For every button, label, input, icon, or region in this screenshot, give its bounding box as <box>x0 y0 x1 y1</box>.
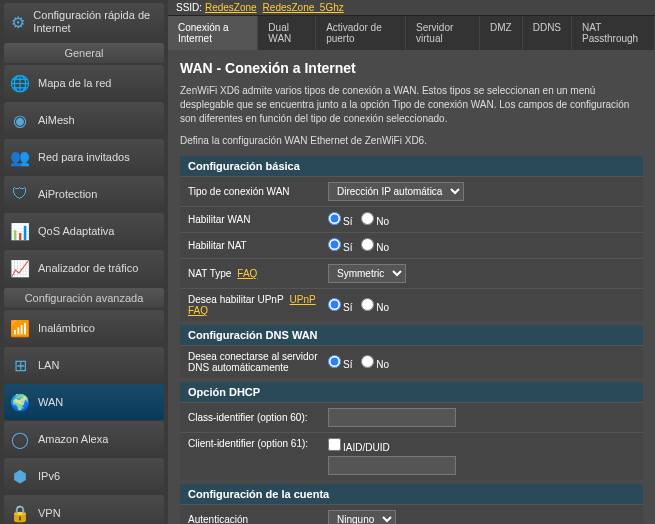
row-client-id: Client-identifier (option 61): IAID/DUID <box>180 432 643 480</box>
select-nat-type[interactable]: Symmetric <box>328 264 406 283</box>
sidebar-item-adv-5[interactable]: 🔒VPN <box>4 495 164 524</box>
sidebar-section-general: General <box>4 43 164 63</box>
nav-icon: ⊞ <box>8 353 32 377</box>
tab-0[interactable]: Conexión a Internet <box>168 16 258 50</box>
ssid-link[interactable]: RedesZone_5Ghz <box>263 2 344 13</box>
sidebar-item-gen-0[interactable]: 🌐Mapa de la red <box>4 65 164 101</box>
tab-4[interactable]: DMZ <box>480 16 523 50</box>
page-description-2: Defina la configuración WAN Ethernet de … <box>180 134 643 148</box>
label-dns-auto: Desea conectarse al servidor DNS automát… <box>188 351 328 373</box>
radio-enable-nat-no[interactable] <box>361 238 374 251</box>
sidebar-item-adv-2[interactable]: 🌍WAN <box>4 384 164 420</box>
radio-label: Sí <box>343 242 352 253</box>
radio-label: Sí <box>343 216 352 227</box>
sidebar-item-adv-3[interactable]: ◯Amazon Alexa <box>4 421 164 457</box>
checkbox-iaid[interactable] <box>328 438 341 451</box>
content-area: WAN - Conexión a Internet ZenWiFi XD6 ad… <box>168 50 655 524</box>
input-class-id[interactable] <box>328 408 456 427</box>
sidebar-item-label: WAN <box>38 396 63 409</box>
radio-enable-wan-yes[interactable] <box>328 212 341 225</box>
radio-upnp-yes[interactable] <box>328 298 341 311</box>
tab-1[interactable]: Dual WAN <box>258 16 316 50</box>
sidebar-item-label: AiProtection <box>38 188 97 201</box>
sidebar-section-advanced: Configuración avanzada <box>4 288 164 308</box>
ssid-link[interactable]: RedesZone <box>205 2 257 13</box>
tab-3[interactable]: Servidor virtual <box>406 16 480 50</box>
radio-label: No <box>376 359 389 370</box>
group-dhcp: Opción DHCP <box>180 382 643 402</box>
radio-label: No <box>376 302 389 313</box>
sidebar-item-label: Configuración rápida de Internet <box>33 9 160 35</box>
nav-icon: 📊 <box>8 219 32 243</box>
nav-icon: 📶 <box>8 316 32 340</box>
row-auth: Autenticación Ninguno <box>180 504 643 524</box>
radio-dns-no[interactable] <box>361 355 374 368</box>
input-client-id[interactable] <box>328 456 456 475</box>
radio-enable-nat-yes[interactable] <box>328 238 341 251</box>
checkbox-label: IAID/DUID <box>343 442 390 453</box>
row-wan-type: Tipo de conexión WAN Dirección IP automá… <box>180 176 643 206</box>
sidebar-item-quick-setup[interactable]: ⚙ Configuración rápida de Internet <box>4 3 164 41</box>
tab-5[interactable]: DDNS <box>523 16 572 50</box>
group-dns: Configuración DNS WAN <box>180 325 643 345</box>
nav-icon: 🌍 <box>8 390 32 414</box>
sidebar-item-gen-4[interactable]: 📊QoS Adaptativa <box>4 213 164 249</box>
sidebar-item-label: IPv6 <box>38 470 60 483</box>
sidebar-item-label: Analizador de tráfico <box>38 262 138 275</box>
select-wan-type[interactable]: Dirección IP automática <box>328 182 464 201</box>
sidebar-item-adv-1[interactable]: ⊞LAN <box>4 347 164 383</box>
label-class-id: Class-identifier (option 60): <box>188 412 328 423</box>
sidebar-item-gen-5[interactable]: 📈Analizador de tráfico <box>4 250 164 286</box>
tab-6[interactable]: NAT Passthrough <box>572 16 655 50</box>
radio-dns-yes[interactable] <box>328 355 341 368</box>
nav-icon: ◯ <box>8 427 32 451</box>
row-nat-type: NAT TypeFAQ Symmetric <box>180 258 643 288</box>
sidebar-item-gen-3[interactable]: 🛡AiProtection <box>4 176 164 212</box>
tab-bar: Conexión a InternetDual WANActivador de … <box>168 16 655 50</box>
row-enable-wan: Habilitar WAN Sí No <box>180 206 643 232</box>
sidebar-item-adv-4[interactable]: ⬢IPv6 <box>4 458 164 494</box>
row-upnp: Desea habilitar UPnPUPnP FAQ Sí No <box>180 288 643 321</box>
sidebar-item-gen-1[interactable]: ◉AiMesh <box>4 102 164 138</box>
nav-icon: 👥 <box>8 145 32 169</box>
nav-icon: 🌐 <box>8 71 32 95</box>
sidebar-item-label: Red para invitados <box>38 151 130 164</box>
label-upnp: Desea habilitar UPnPUPnP FAQ <box>188 294 328 316</box>
nav-icon: ⬢ <box>8 464 32 488</box>
nav-icon: ◉ <box>8 108 32 132</box>
row-dns-auto: Desea conectarse al servidor DNS automát… <box>180 345 643 378</box>
gear-icon: ⚙ <box>8 10 27 34</box>
nav-icon: 📈 <box>8 256 32 280</box>
radio-label: No <box>376 242 389 253</box>
label-wan-type: Tipo de conexión WAN <box>188 186 328 197</box>
sidebar-item-adv-0[interactable]: 📶Inalámbrico <box>4 310 164 346</box>
sidebar-item-label: QoS Adaptativa <box>38 225 114 238</box>
faq-link[interactable]: FAQ <box>237 268 257 279</box>
row-class-id: Class-identifier (option 60): <box>180 402 643 432</box>
label-auth: Autenticación <box>188 514 328 524</box>
sidebar-item-label: Inalámbrico <box>38 322 95 335</box>
radio-label: No <box>376 216 389 227</box>
tab-2[interactable]: Activador de puerto <box>316 16 406 50</box>
group-account: Configuración de la cuenta <box>180 484 643 504</box>
sidebar-item-label: VPN <box>38 507 61 520</box>
sidebar-item-label: Amazon Alexa <box>38 433 108 446</box>
page-description: ZenWiFi XD6 admite varios tipos de conex… <box>180 84 643 126</box>
label-enable-nat: Habilitar NAT <box>188 240 328 251</box>
sidebar-item-gen-2[interactable]: 👥Red para invitados <box>4 139 164 175</box>
label-nat-type: NAT TypeFAQ <box>188 268 328 279</box>
row-enable-nat: Habilitar NAT Sí No <box>180 232 643 258</box>
label-client-id: Client-identifier (option 61): <box>188 438 328 449</box>
radio-upnp-no[interactable] <box>361 298 374 311</box>
nav-icon: 🛡 <box>8 182 32 206</box>
select-auth[interactable]: Ninguno <box>328 510 396 524</box>
ssid-label: SSID: <box>176 2 202 13</box>
sidebar-item-label: AiMesh <box>38 114 75 127</box>
sidebar-item-label: LAN <box>38 359 59 372</box>
radio-label: Sí <box>343 302 352 313</box>
group-basic: Configuración básica <box>180 156 643 176</box>
nav-icon: 🔒 <box>8 501 32 524</box>
main-panel: SSID: RedesZoneRedesZone_5Ghz Conexión a… <box>168 0 655 524</box>
radio-enable-wan-no[interactable] <box>361 212 374 225</box>
sidebar-item-label: Mapa de la red <box>38 77 111 90</box>
